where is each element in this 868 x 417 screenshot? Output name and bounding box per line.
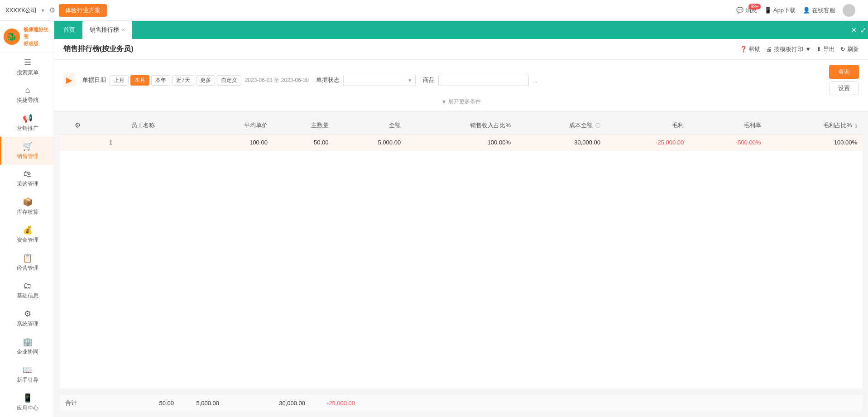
row-gross-rate: -500.00% (689, 134, 766, 151)
query-button[interactable]: 查询 (829, 65, 859, 79)
filter-actions: 查询 设置 (829, 65, 859, 95)
online-service-icon: 👤 (803, 7, 810, 14)
page-header: 销售排行榜(按业务员) ❓ 帮助 🖨 按模板打印 ▼ ⬆ 导出 (54, 39, 868, 60)
date-prev-btn[interactable]: 上月 (110, 75, 129, 86)
date-custom-btn[interactable]: 自定义 (217, 75, 241, 86)
collapse-filter-btn[interactable]: ▶ (63, 73, 75, 87)
sidebar-logo: 🐉 畅康通好生意 标准版 (0, 21, 54, 53)
gross-pct-info-icon[interactable]: § (854, 123, 857, 128)
sidebar-item-operations[interactable]: 📋 经营管理 (0, 249, 54, 277)
print-dropdown-icon[interactable]: ▼ (805, 46, 811, 53)
table-head: ⚙ 员工名称 平均单价 主数量 全额 销售收入占比% 成本全额 ⓘ (60, 117, 863, 134)
col-gross-rate-header: 毛利率 (689, 117, 766, 134)
trial-button[interactable]: 体验行业方案 (59, 4, 107, 17)
sales-icon: 🛒 (23, 141, 33, 151)
row-total: 5,000.00 (334, 134, 407, 151)
sidebar-item-label: 经营管理 (17, 264, 38, 272)
row-rank: 1 (96, 134, 126, 151)
row-gross: -25,000.00 (606, 134, 689, 151)
date-7days-btn[interactable]: 近7天 (172, 75, 194, 86)
help-button[interactable]: ❓ 帮助 (740, 45, 761, 53)
sidebar-item-enterprise[interactable]: 🏢 企业协同 (0, 332, 54, 360)
message-area[interactable]: 💬 消息 99+ (736, 6, 757, 14)
total-main-qty: 50.00 (138, 400, 174, 407)
company-dropdown-icon[interactable]: ▼ (40, 8, 45, 13)
tab-home[interactable]: 首页 (56, 21, 82, 39)
filter-bar: ▶ 单据日期 上月 本月 本年 近7天 更多 自定义 2023-06-01 至 … (54, 60, 868, 111)
sidebar-item-system[interactable]: ⚙ 系统管理 (0, 304, 54, 332)
sidebar-item-label: 基础信息 (17, 292, 38, 300)
logo-text: 畅康通好生意 标准版 (24, 26, 50, 47)
row-gross-pct: 100.00% (767, 134, 863, 151)
status-select-wrapper (343, 75, 416, 86)
sidebar-item-basic-info[interactable]: 🗂 基础信息 (0, 277, 54, 304)
page-content: 销售排行榜(按业务员) ❓ 帮助 🖨 按模板打印 ▼ ⬆ 导出 (54, 39, 868, 417)
refresh-button[interactable]: ↻ 刷新 (840, 45, 859, 53)
content-area: 首页 销售排行榜 × ✕ ⤢ 销售排行榜(按业务员) ❓ 帮助 (54, 21, 868, 417)
col-cost-header: 成本全额 ⓘ (516, 117, 606, 134)
date-filter-label: 单据日期 (82, 76, 106, 84)
company-name[interactable]: XXXXX公司 (5, 6, 37, 14)
sidebar-item-guide[interactable]: 📖 新手引导 (0, 360, 54, 388)
table-settings-col-header[interactable]: ⚙ (60, 117, 96, 134)
date-year-btn[interactable]: 本年 (151, 75, 170, 86)
top-bar: XXXXX公司 ▼ ⚙ 体验行业方案 💬 消息 99+ 📱 App下载 👤 在线… (0, 0, 868, 21)
sidebar-item-marketing[interactable]: 📢 营销推广 (0, 109, 54, 137)
sidebar-item-app-center[interactable]: 📱 应用中心 (0, 388, 54, 417)
expand-more-icon: ▼ (441, 99, 447, 105)
marketing-icon: 📢 (23, 113, 33, 123)
date-more-btn[interactable]: 更多 (196, 75, 215, 86)
sidebar-item-search[interactable]: ☰ 搜索菜单 (0, 53, 54, 81)
row-settings[interactable] (60, 134, 96, 151)
tab-sales-ranking[interactable]: 销售排行榜 × (82, 21, 132, 39)
top-bar-left: XXXXX公司 ▼ ⚙ 体验行业方案 (5, 4, 107, 17)
app-download-label: App下载 (773, 6, 796, 14)
col-total-header: 全额 (334, 117, 407, 134)
tab-close-icon[interactable]: × (122, 27, 125, 33)
operations-icon: 📋 (23, 253, 33, 263)
table-body: 1 100.00 50.00 5,000.00 100.00% 30,000.0… (60, 134, 863, 151)
home-tab-label: 首页 (63, 26, 75, 34)
export-button[interactable]: ⬆ 导出 (816, 45, 835, 53)
guide-icon: 📖 (23, 365, 33, 375)
sidebar-item-inventory[interactable]: 📦 库存核算 (0, 192, 54, 220)
sidebar-item-purchase[interactable]: 🛍 采购管理 (0, 165, 54, 192)
goods-more-btn[interactable]: ... (532, 77, 537, 84)
date-cur-btn[interactable]: 本月 (130, 75, 149, 86)
sidebar-item-label: 采购管理 (17, 180, 38, 188)
online-service-link[interactable]: 👤 在线客服 (803, 6, 835, 14)
sidebar-item-label: 营销推广 (17, 125, 38, 132)
status-filter: 单据状态 (316, 75, 416, 86)
goods-input[interactable] (438, 75, 529, 86)
sidebar-item-label: 资金管理 (17, 236, 38, 244)
company-settings-icon[interactable]: ⚙ (49, 6, 55, 14)
expand-more-btn[interactable]: ▼ 展开更多条件 (63, 95, 859, 105)
sidebar-item-label: 库存核算 (17, 208, 38, 216)
date-buttons: 上月 本月 本年 近7天 更多 自定义 (110, 75, 241, 86)
system-icon: ⚙ (24, 309, 31, 319)
sidebar-item-quick-nav[interactable]: ⌂ 快捷导航 (0, 81, 54, 109)
settings-button[interactable]: 设置 (829, 81, 859, 95)
sidebar-item-label: 快捷导航 (17, 96, 38, 104)
sidebar-item-label: 搜索菜单 (17, 69, 38, 77)
col-sales-pct-header: 销售收入占比% (406, 117, 516, 134)
export-icon: ⬆ (816, 46, 821, 53)
refresh-icon: ↻ (840, 46, 845, 53)
print-button[interactable]: 🖨 按模板打印 ▼ (766, 45, 811, 53)
sidebar-item-finance[interactable]: 💰 资金管理 (0, 220, 54, 249)
status-select[interactable] (343, 75, 416, 86)
total-row: 合计 50.00 5,000.00 30,000.00 -25,000.00 (60, 394, 863, 412)
tab-close-btn[interactable]: ✕ (851, 26, 857, 34)
app-download-icon: 📱 (764, 7, 772, 14)
cost-info-icon[interactable]: ⓘ (595, 123, 600, 128)
row-avg-price: 100.00 (199, 134, 273, 151)
row-main-qty: 50.00 (273, 134, 334, 151)
app-download-link[interactable]: 📱 App下载 (764, 6, 796, 14)
avatar[interactable] (843, 4, 855, 17)
sidebar-item-sales[interactable]: 🛒 销售管理 (0, 137, 54, 165)
table-area: ⚙ 员工名称 平均单价 主数量 全额 销售收入占比% 成本全额 ⓘ (60, 117, 863, 388)
tab-maximize-btn[interactable]: ⤢ (860, 26, 866, 34)
expand-more-label: 展开更多条件 (448, 98, 481, 105)
row-employee (126, 134, 200, 151)
online-service-label: 在线客服 (812, 6, 835, 14)
